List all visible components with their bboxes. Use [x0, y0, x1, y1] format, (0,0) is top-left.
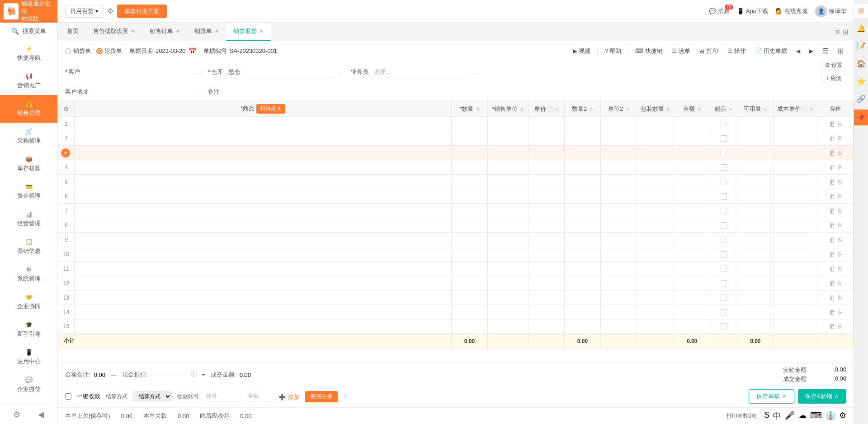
row-qty-10[interactable]: [451, 247, 487, 262]
sidebar-item-cooperation[interactable]: 🤝 企业协同: [0, 288, 57, 316]
copy-icon-12[interactable]: ⎘: [838, 280, 842, 287]
discount-input[interactable]: [151, 375, 187, 375]
settings-input-icon[interactable]: ⚙: [839, 410, 846, 421]
row-gift-10[interactable]: [710, 247, 737, 262]
sidebar-item-finance[interactable]: 💳 资金管理: [0, 178, 57, 205]
message-item[interactable]: 💬 消息 70: [709, 7, 730, 15]
row-unit2-6[interactable]: [600, 189, 637, 204]
row-available-15[interactable]: [737, 319, 774, 334]
delete-icon-7[interactable]: 🗑: [829, 207, 835, 214]
sougou-icon[interactable]: S: [764, 410, 769, 421]
tab-close-sales[interactable]: ✕: [215, 29, 219, 34]
row-ctrl-3[interactable]: +: [58, 146, 75, 160]
row-qty2-9[interactable]: [564, 233, 600, 247]
gift-checkbox-7[interactable]: [721, 208, 727, 214]
row-qty-15[interactable]: [451, 319, 487, 334]
row-product-7[interactable]: [75, 204, 452, 218]
row-available-12[interactable]: [737, 276, 774, 291]
copy-icon-8[interactable]: ⎘: [838, 222, 842, 229]
row-ctrl-4[interactable]: 4: [58, 160, 75, 175]
unit2-sort-icon[interactable]: ⇅: [626, 107, 629, 112]
rs-table-icon[interactable]: ⊞: [854, 4, 868, 18]
row-pkg-7[interactable]: [637, 204, 674, 218]
row-qty-2[interactable]: [451, 131, 487, 146]
row-product-6[interactable]: [75, 189, 452, 204]
delete-icon-8[interactable]: 🗑: [829, 222, 835, 229]
row-amount-7[interactable]: [674, 204, 710, 218]
row-unit2-2[interactable]: [600, 131, 637, 146]
row-unit-15[interactable]: [487, 319, 528, 334]
row-qty2-14[interactable]: [564, 305, 600, 319]
keyboard-bottom-icon[interactable]: ⌨: [810, 410, 822, 421]
row-product-1[interactable]: [75, 117, 452, 131]
row-gift-12[interactable]: [710, 276, 737, 291]
row-unit-6[interactable]: [487, 189, 528, 204]
row-gift-11[interactable]: [710, 262, 737, 276]
remark-input[interactable]: [222, 91, 846, 93]
delete-icon-4[interactable]: 🗑: [829, 164, 835, 171]
row-available-1[interactable]: [737, 117, 774, 131]
row-price-10[interactable]: [528, 247, 564, 262]
row-qty2-6[interactable]: [564, 189, 600, 204]
online-service-item[interactable]: 💁 在线客服: [775, 7, 808, 15]
maximize-icon[interactable]: ⊞: [842, 28, 848, 36]
row-price-1[interactable]: [528, 117, 564, 131]
row-amount-4[interactable]: [674, 160, 710, 175]
settings-toolbar-btn[interactable]: ⚙ 设置: [821, 60, 846, 71]
row-cost-4[interactable]: [774, 160, 817, 175]
row-qty2-7[interactable]: [564, 204, 600, 218]
trial-button[interactable]: 体验行业方案: [117, 5, 167, 18]
row-unit2-4[interactable]: [600, 160, 637, 175]
row-unit-11[interactable]: [487, 262, 528, 276]
sidebar-item-shortcut[interactable]: ⚡ 快捷导航: [0, 40, 57, 67]
row-available-13[interactable]: [737, 291, 774, 305]
row-gift-13[interactable]: [710, 291, 737, 305]
sidebar-item-sales[interactable]: 💰 销售管理: [0, 95, 57, 123]
row-qty2-4[interactable]: [564, 160, 600, 175]
rs-notify-icon[interactable]: 🔔: [857, 21, 866, 35]
row-cost-15[interactable]: [774, 319, 817, 334]
row-gift-8[interactable]: [710, 218, 737, 233]
tab-price-setup[interactable]: 售价提取设置 ✕: [86, 23, 142, 41]
row-available-4[interactable]: [737, 160, 774, 175]
row-price-5[interactable]: [528, 175, 564, 189]
row-pkg-9[interactable]: [637, 233, 674, 247]
row-available-9[interactable]: [737, 233, 774, 247]
copy-icon-15[interactable]: ⎘: [838, 323, 842, 330]
rs-star-icon[interactable]: ⭐: [857, 74, 866, 88]
row-ctrl-1[interactable]: 1: [58, 117, 75, 131]
row-available-7[interactable]: [737, 204, 774, 218]
row-unit2-7[interactable]: [600, 204, 637, 218]
row-pkg-10[interactable]: [637, 247, 674, 262]
row-product-8[interactable]: [75, 218, 452, 233]
avail-sort-icon[interactable]: ⇅: [764, 107, 767, 112]
row-pkg-6[interactable]: [637, 189, 674, 204]
rs-link-icon[interactable]: 🔗: [857, 92, 866, 106]
row-unit-14[interactable]: [487, 305, 528, 319]
app-download-item[interactable]: 📱 App下载: [737, 7, 768, 15]
row-unit2-12[interactable]: [600, 276, 637, 291]
copy-icon-3[interactable]: ⎘: [838, 149, 842, 157]
row-available-2[interactable]: [737, 131, 774, 146]
calendar-icon[interactable]: 📅: [189, 48, 196, 55]
row-qty-9[interactable]: [451, 233, 487, 247]
row-ctrl-14[interactable]: 14: [58, 305, 75, 319]
row-product-3[interactable]: [75, 146, 452, 160]
gift-checkbox-8[interactable]: [721, 222, 727, 229]
row-ctrl-9[interactable]: 9: [58, 233, 75, 247]
row-qty-14[interactable]: [451, 305, 487, 319]
copy-icon-6[interactable]: ⎘: [838, 193, 842, 200]
shortcut-btn[interactable]: ⌨ 快捷键: [632, 46, 665, 56]
row-cost-6[interactable]: [774, 189, 817, 204]
row-qty2-12[interactable]: [564, 276, 600, 291]
row-unit-9[interactable]: [487, 233, 528, 247]
operate-btn[interactable]: ☰ 操作: [725, 46, 749, 56]
gift-checkbox-11[interactable]: [721, 266, 727, 272]
row-qty-1[interactable]: [451, 117, 487, 131]
account-input[interactable]: 账号: [204, 391, 241, 401]
copy-icon-2[interactable]: ⎘: [838, 135, 842, 142]
row-amount-11[interactable]: [674, 262, 710, 276]
row-pkg-12[interactable]: [637, 276, 674, 291]
row-qty2-13[interactable]: [564, 291, 600, 305]
tab-home[interactable]: 首页: [60, 23, 86, 41]
